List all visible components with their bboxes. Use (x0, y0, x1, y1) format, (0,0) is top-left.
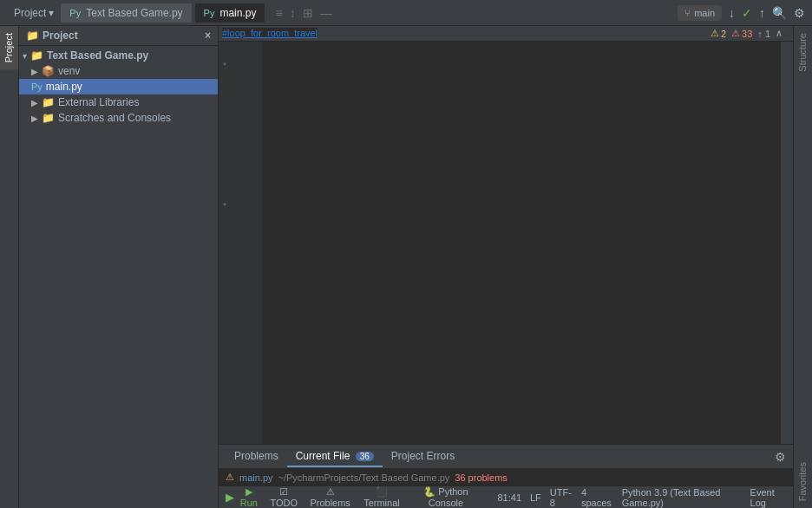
todo-label: ☑ TODO (268, 486, 300, 508)
run-icon: ▶ (226, 491, 234, 504)
settings-icon[interactable]: ⚙ (794, 6, 805, 20)
branch-info[interactable]: ⑂ main (678, 5, 722, 21)
right-gutter (781, 42, 793, 444)
event-log[interactable]: Event Log (750, 487, 786, 508)
align-icon[interactable]: ≡ (275, 6, 282, 20)
toolbar-icons: ≡ ↕ ⊞ — (275, 6, 331, 20)
dropdown-icon: ▾ (49, 7, 54, 19)
search-icon[interactable]: 🔍 (772, 6, 787, 20)
minus-icon[interactable]: — (320, 6, 332, 20)
err-icon: ⚠ (731, 28, 740, 39)
encoding: UTF-8 (550, 487, 573, 508)
tree-item-label: venv (58, 65, 80, 77)
project-label: Project (14, 7, 46, 19)
expand-icon: ▶ (31, 114, 38, 123)
problems-button[interactable]: ⚠ Problems (309, 486, 352, 508)
expand-icon: ▶ (31, 98, 38, 107)
settings-gear[interactable]: ⚙ (775, 450, 786, 464)
code-content[interactable] (262, 42, 781, 444)
tab-main[interactable]: Py main.py (195, 3, 265, 23)
expand-icon: ▶ (31, 67, 38, 76)
problems-header: ⚠ main.py ~/PycharmProjects/Text Based G… (219, 469, 793, 485)
fold-gutter: ▾▾ (219, 42, 231, 444)
line-numbers (231, 42, 262, 444)
run-button[interactable]: ▶ ▶ Run (226, 486, 259, 508)
tree-item-scratches[interactable]: ▶ 📁 Scratches and Consoles (19, 110, 218, 126)
tab-problems-label: Problems (234, 450, 278, 462)
tree-item-main[interactable]: Py main.py (19, 79, 218, 94)
venv-icon: 📦 (42, 65, 55, 77)
editor-container: #loop_for_room_travel ⚠ 2 ⚠ 33 ↑ 1 (219, 26, 793, 508)
breadcrumb-link[interactable]: #loop_for_room_travel (222, 28, 318, 38)
bottom-panel: Problems Current File 36 Project Errors … (219, 444, 793, 485)
folder-icon: 📁 (42, 112, 55, 124)
push-icon[interactable]: ↑ (759, 6, 765, 20)
commit-icon[interactable]: ✓ (742, 6, 752, 20)
breadcrumb: #loop_for_room_travel (222, 28, 318, 39)
status-bar: ▶ ▶ Run ☑ TODO ⚠ Problems ⬛ Terminal 🐍 P… (219, 485, 793, 508)
tree-item-label: Scratches and Consoles (58, 112, 171, 124)
tab-current-file[interactable]: Current File 36 (287, 446, 383, 467)
problems-label: ⚠ Problems (309, 486, 352, 508)
tab-project-errors[interactable]: Project Errors (383, 446, 463, 467)
structure-vert-tab[interactable]: Structure (794, 26, 812, 79)
problems-count: 36 problems (455, 472, 508, 483)
project-panel: 📁 Project × ▾ 📁 Text Based Game.py ▶ 📦 v… (19, 26, 219, 508)
folder-icon: 📁 (30, 49, 43, 62)
project-panel-header: 📁 Project × (19, 26, 218, 46)
top-bar: Project ▾ Py Text Based Game.py Py main.… (0, 0, 812, 26)
grid-icon[interactable]: ⊞ (303, 6, 313, 20)
branch-arrow: ↑ (757, 29, 763, 39)
code-area[interactable]: ▾▾ (219, 42, 793, 444)
terminal-button[interactable]: ⬛ Terminal (361, 486, 403, 508)
tab-textbasedgame[interactable]: Py Text Based Game.py (61, 3, 191, 23)
folder-icon: 📁 (42, 96, 55, 108)
tree-item-ext-libs[interactable]: ▶ 📁 External Libraries (19, 94, 218, 110)
close-icon[interactable]: × (205, 29, 211, 42)
right-vertical-tabs: Structure Favorites (793, 26, 812, 508)
warning-count[interactable]: ⚠ 2 (710, 28, 726, 39)
python-console-button[interactable]: 🐍 Python Console (411, 486, 480, 508)
problems-file: main.py (239, 472, 273, 483)
left-vertical-tabs: Project (0, 26, 19, 508)
cursor-position: 81:41 (497, 492, 521, 503)
current-file-badge: 36 (356, 452, 374, 461)
collapse-icon[interactable]: ∧ (776, 28, 783, 39)
branch-name: main (694, 8, 715, 18)
line-ending: LF (530, 492, 541, 503)
tab-project-errors-label: Project Errors (391, 450, 455, 462)
tree-item-label: External Libraries (58, 96, 139, 108)
tab-current-file-label: Current File (296, 450, 350, 462)
project-dropdown[interactable]: Project ▾ (7, 4, 61, 22)
todo-button[interactable]: ☑ TODO (268, 486, 300, 508)
py-file-icon: Py (31, 81, 43, 92)
indent-spaces: 4 spaces (581, 487, 613, 508)
tree-item-project-root[interactable]: ▾ 📁 Text Based Game.py (19, 48, 218, 63)
fold-37[interactable]: ▾ (219, 198, 230, 213)
editor-area: #loop_for_room_travel ⚠ 2 ⚠ 33 ↑ 1 (219, 26, 793, 444)
run-label: ▶ Run (239, 486, 259, 508)
branch-icon: ⑂ (684, 8, 691, 18)
py-icon-main: Py (204, 8, 215, 18)
favorites-vert-tab[interactable]: Favorites (794, 455, 812, 508)
tree-item-label: main.py (46, 81, 82, 93)
fold-28[interactable]: ▾ (219, 57, 230, 73)
problems-tabs: Problems Current File 36 Project Errors … (219, 445, 793, 469)
branch-count: ↑ 1 (757, 29, 770, 39)
tree-item-label: Text Based Game.py (47, 49, 148, 62)
py-icon: Py (69, 8, 81, 18)
terminal-label: ⬛ Terminal (361, 486, 403, 508)
sort-icon[interactable]: ↕ (290, 6, 296, 20)
warn-icon-header: ⚠ (226, 472, 234, 483)
update-icon[interactable]: ↓ (729, 6, 735, 20)
expand-icon: ▾ (23, 51, 27, 61)
warn-icon: ⚠ (710, 28, 719, 39)
project-vert-tab[interactable]: Project (0, 26, 18, 69)
tab-problems[interactable]: Problems (226, 446, 287, 467)
tree-item-venv[interactable]: ▶ 📦 venv (19, 63, 218, 79)
python-console-label: 🐍 Python Console (411, 486, 480, 508)
editor-header-bar: #loop_for_room_travel ⚠ 2 ⚠ 33 ↑ 1 (219, 26, 793, 42)
error-count[interactable]: ⚠ 33 (731, 28, 752, 39)
main-layout: Project 📁 Project × ▾ 📁 Text Based Game.… (0, 26, 812, 508)
editor-warnings: ⚠ 2 ⚠ 33 ↑ 1 ∧ (704, 28, 789, 39)
